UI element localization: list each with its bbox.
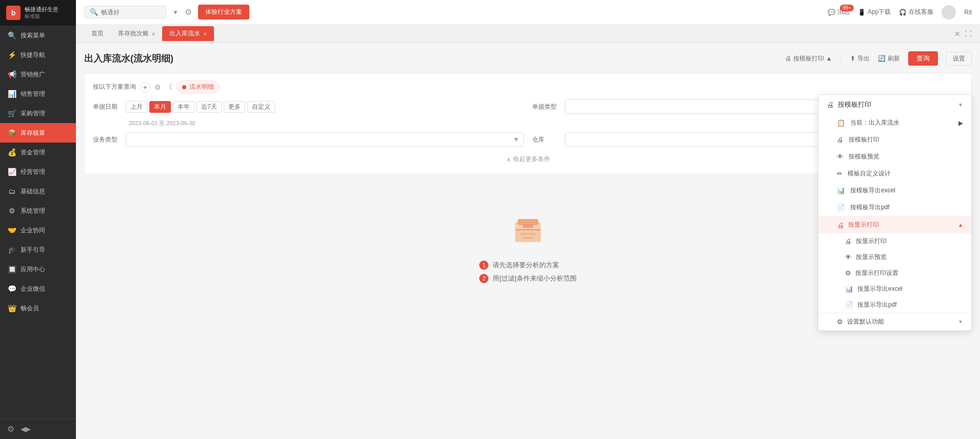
topbar-search-dropdown-icon[interactable]: ▼ <box>172 9 179 16</box>
window-close-button[interactable]: ✕ <box>954 30 961 38</box>
empty-step-1: 1 请先选择要分析的方案 <box>479 261 576 270</box>
svg-rect-2 <box>523 225 533 228</box>
this-year-button[interactable]: 本年 <box>173 101 194 113</box>
tab-batch-label: 库存批次账 <box>118 29 149 38</box>
collapse-footer-icon[interactable]: ◀▶ <box>21 425 31 433</box>
condition-settings-button[interactable]: ⚙ <box>154 83 161 91</box>
tab-batch[interactable]: 库存批次账 × <box>111 26 162 41</box>
custom-date-button[interactable]: 自定义 <box>247 101 275 113</box>
sidebar-item-sales[interactable]: 📊 销售管理 <box>0 84 76 104</box>
display-print-header[interactable]: 🖨 按显示打印 ▲ <box>818 216 971 233</box>
tab-flow[interactable]: 出入库流水 × <box>162 26 213 41</box>
display-print-item[interactable]: 🖨 按显示打印 <box>818 233 971 249</box>
sidebar-item-quick-nav[interactable]: ⚡ 快捷导航 <box>0 45 76 65</box>
svg-rect-3 <box>515 230 541 242</box>
sidebar-item-search[interactable]: 🔍 搜索菜单 <box>0 26 76 45</box>
more-date-button[interactable]: 更多 <box>224 101 245 113</box>
date-range-text: 2023-06-01 至 2023-06-30 <box>129 120 195 126</box>
refresh-button[interactable]: 🔄 刷新 <box>878 54 900 63</box>
topbar-search-input[interactable] <box>101 9 152 16</box>
collapse-left-button[interactable]: 《 <box>165 83 172 92</box>
display-preview-item[interactable]: 👁 按显示预览 <box>818 249 971 265</box>
template-excel-icon: 📊 <box>837 187 845 194</box>
tab-flow-label: 出入库流水 <box>169 29 200 38</box>
query-button[interactable]: 查询 <box>908 51 938 66</box>
display-preview-label: 按显示预览 <box>856 253 887 262</box>
print-template-button[interactable]: 🖨 按模板打印 ▲ <box>785 54 832 63</box>
settings-button[interactable]: 设置 <box>946 52 972 66</box>
export-icon: ⬆ <box>850 55 855 62</box>
display-export-pdf-item[interactable]: 📄 按显示导出pdf <box>818 297 971 313</box>
collapse-more-label: 收起更多条件 <box>513 155 550 164</box>
sidebar-item-inventory[interactable]: 📦 库存核算 <box>0 123 76 143</box>
display-pdf-icon: 📄 <box>845 301 853 309</box>
set-default-function-item[interactable]: ⚙ 设置默认功能 ▼ <box>818 313 971 330</box>
topbar-search-box[interactable]: 🔍 <box>84 6 166 18</box>
collab-icon: 🤝 <box>7 226 16 235</box>
tab-batch-close-icon[interactable]: × <box>152 31 155 37</box>
svg-rect-1 <box>518 219 538 225</box>
tab-flow-close-icon[interactable]: × <box>203 31 206 37</box>
sidebar-item-member[interactable]: 👑 畅会员 <box>0 298 76 318</box>
sidebar-item-label: 快捷导航 <box>21 51 45 59</box>
template-preview-label: 按模板预览 <box>849 152 879 161</box>
filter-tag[interactable]: 流水明细 <box>177 81 220 93</box>
sidebar-item-purchase[interactable]: 🛒 采购管理 <box>0 104 76 123</box>
step-1-number: 1 <box>479 261 488 270</box>
message-button[interactable]: 💬 消息 99+ <box>828 8 850 16</box>
template-custom-item[interactable]: ✏ 模板自定义设计 <box>818 165 971 182</box>
sidebar-item-system[interactable]: ⚙ 系统管理 <box>0 201 76 221</box>
template-print-section: 🖨 按模板打印 ▼ 📋 当前：出入库流水 ▶ 🖨 按模板打印 👁 <box>818 95 971 216</box>
print-dropdown-chevron-icon: ▲ <box>826 55 832 62</box>
business-type-select[interactable]: ▼ <box>126 132 524 147</box>
sidebar-item-finance[interactable]: 💰 资金管理 <box>0 143 76 162</box>
date-label: 单据日期 <box>93 103 122 111</box>
app-download-button[interactable]: 📱 App下载 <box>858 8 891 16</box>
sidebar-footer: ⚙ ◀▶ <box>0 418 76 439</box>
user-avatar[interactable] <box>942 5 956 19</box>
sidebar-item-marketing[interactable]: 📢 营销推广 <box>0 65 76 84</box>
svg-rect-6 <box>523 237 533 239</box>
phone-icon: 📱 <box>858 9 866 16</box>
export-button[interactable]: ⬆ 导出 <box>850 54 870 63</box>
sidebar-item-basics[interactable]: 🗂 基础信息 <box>0 182 76 201</box>
last-month-button[interactable]: 上月 <box>126 101 147 113</box>
message-icon: 💬 <box>828 9 835 16</box>
topbar: 🔍 ▼ ⚙ 体验行业方案 💬 消息 99+ 📱 App下载 🎧 在线客服 Rit <box>76 0 980 25</box>
settings-footer-icon[interactable]: ⚙ <box>7 424 14 434</box>
refresh-icon: 🔄 <box>878 55 886 62</box>
template-export-pdf-item[interactable]: 📄 按模板导出pdf <box>818 199 971 216</box>
collapse-arrow-up-icon: ∧ <box>506 156 511 163</box>
display-section-chevron-icon: ▲ <box>958 222 963 228</box>
quick-nav-icon: ⚡ <box>7 50 16 59</box>
online-service-button[interactable]: 🎧 在线客服 <box>899 8 933 16</box>
sidebar-item-collab[interactable]: 🤝 企业协同 <box>0 221 76 240</box>
display-export-excel-item[interactable]: 📊 按显示导出excel <box>818 281 971 297</box>
empty-step-2: 2 用[过滤]条件来缩小分析范围 <box>479 274 576 283</box>
last-7-days-button[interactable]: 近7天 <box>197 101 222 113</box>
trial-industry-button[interactable]: 体验行业方案 <box>198 5 249 19</box>
sidebar-item-apps[interactable]: 🔲 应用中心 <box>0 260 76 279</box>
sidebar-item-label: 应用中心 <box>21 265 45 274</box>
tab-home[interactable]: 首页 <box>84 26 111 41</box>
this-month-button[interactable]: 本月 <box>149 101 171 113</box>
sales-icon: 📊 <box>7 89 16 98</box>
topbar-gear-icon[interactable]: ⚙ <box>185 7 192 17</box>
sidebar-logo: b 畅捷通好生意 标准版 <box>0 0 76 26</box>
sidebar-item-label: 基础信息 <box>21 187 45 196</box>
template-print-item[interactable]: 🖨 按模板打印 <box>818 131 971 148</box>
template-print-header-label: 按模板打印 <box>838 100 871 109</box>
display-print-settings-item[interactable]: ⚙ 按显示打印设置 <box>818 265 971 281</box>
sidebar-item-guide[interactable]: 🎓 新手引导 <box>0 240 76 260</box>
template-print-header[interactable]: 🖨 按模板打印 ▼ <box>818 95 971 114</box>
step-2-text: 用[过滤]条件来缩小分析范围 <box>493 274 576 283</box>
sidebar-item-wechat[interactable]: 💬 企业微信 <box>0 279 76 298</box>
content-area: 出入库流水(流水明细) 🖨 按模板打印 ▲ | ⬆ 导出 🔄 刷新 查询 设置 <box>76 43 980 439</box>
add-condition-button[interactable]: + <box>140 82 150 92</box>
current-template-item[interactable]: 📋 当前：出入库流水 ▶ <box>818 114 971 131</box>
template-section-chevron-icon: ▼ <box>958 102 963 108</box>
template-export-excel-item[interactable]: 📊 按模板导出excel <box>818 182 971 199</box>
sidebar-item-operations[interactable]: 📈 经营管理 <box>0 162 76 182</box>
template-preview-item[interactable]: 👁 按模板预览 <box>818 148 971 165</box>
window-maximize-button[interactable]: ⛶ <box>965 30 972 38</box>
